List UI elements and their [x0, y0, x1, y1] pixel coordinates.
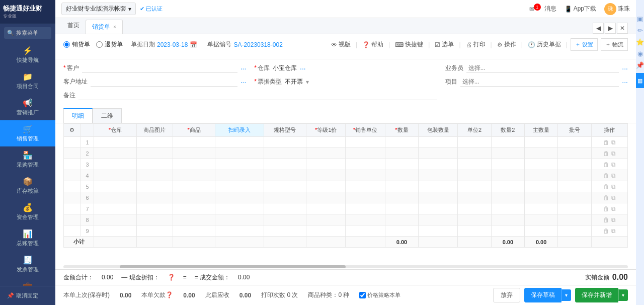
- td-main-qty[interactable]: [525, 170, 558, 181]
- td-warehouse[interactable]: [94, 137, 136, 148]
- sidebar-item-invoice[interactable]: 🧾 发票管理: [0, 251, 55, 277]
- td-qty[interactable]: [385, 225, 418, 237]
- toolbar-print[interactable]: 🖨 打印: [464, 39, 488, 50]
- td-qty[interactable]: [385, 203, 418, 214]
- td-qty[interactable]: [385, 170, 418, 181]
- td-barcode[interactable]: [215, 192, 264, 203]
- td-qty[interactable]: [385, 181, 418, 192]
- search-menu-button[interactable]: 🔍 搜索菜单: [4, 27, 51, 39]
- td-warehouse[interactable]: [94, 225, 136, 237]
- next-window-btn[interactable]: ▶: [605, 23, 616, 34]
- copy-row-icon[interactable]: ⧉: [611, 194, 616, 201]
- td-barcode[interactable]: [215, 170, 264, 181]
- copy-row-icon[interactable]: ⧉: [611, 205, 616, 212]
- scrollbar-thumb[interactable]: [120, 265, 346, 268]
- td-warehouse[interactable]: [94, 181, 136, 192]
- salesperson-dots-btn[interactable]: ···: [622, 64, 628, 72]
- td-product[interactable]: [173, 225, 215, 237]
- toolbar-select[interactable]: ☑ 选单: [433, 39, 456, 50]
- address-input[interactable]: [91, 77, 237, 87]
- td-main-qty[interactable]: [525, 225, 558, 237]
- copy-row-icon[interactable]: ⧉: [611, 216, 616, 223]
- td-product[interactable]: [173, 148, 215, 159]
- td-spec[interactable]: [264, 214, 306, 225]
- calendar-icon[interactable]: 📅: [190, 41, 197, 48]
- td-unit2[interactable]: [458, 159, 491, 170]
- td-qty[interactable]: [385, 148, 418, 159]
- right-action-icon-5[interactable]: 📌: [636, 61, 644, 69]
- tab-mingxi[interactable]: 明细: [63, 108, 93, 123]
- td-spec[interactable]: [264, 203, 306, 214]
- td-qty[interactable]: [385, 192, 418, 203]
- td-qty2[interactable]: [491, 159, 524, 170]
- delete-row-icon[interactable]: 🗑: [603, 172, 609, 179]
- sidebar-item-sales[interactable]: 🛒 销售管理: [0, 120, 55, 146]
- td-product[interactable]: [173, 170, 215, 181]
- td-unit[interactable]: [346, 170, 385, 181]
- td-qty[interactable]: [385, 137, 418, 148]
- td-batch[interactable]: [558, 203, 591, 214]
- td-qty2[interactable]: [491, 148, 524, 159]
- copy-row-icon[interactable]: ⧉: [611, 172, 616, 179]
- delete-row-icon[interactable]: 🗑: [603, 194, 609, 201]
- td-warehouse[interactable]: [94, 170, 136, 181]
- td-spec[interactable]: [264, 159, 306, 170]
- td-warehouse[interactable]: [94, 148, 136, 159]
- td-unit[interactable]: [346, 159, 385, 170]
- company-selector[interactable]: 好业财专业版演示帐套 ▾: [61, 3, 136, 15]
- td-batch[interactable]: [558, 159, 591, 170]
- td-barcode[interactable]: [215, 159, 264, 170]
- td-qty2[interactable]: [491, 225, 524, 237]
- td-unit2[interactable]: [458, 148, 491, 159]
- td-product[interactable]: [173, 137, 215, 148]
- toolbar-operation[interactable]: ⚙ 操作: [495, 39, 518, 50]
- td-main-qty[interactable]: [525, 148, 558, 159]
- right-action-icon-4[interactable]: ◉: [637, 50, 643, 57]
- delete-row-icon[interactable]: 🗑: [603, 139, 609, 146]
- right-action-icon-2[interactable]: ✏: [637, 27, 643, 34]
- toolbar-view[interactable]: 👁 视版: [329, 39, 353, 50]
- price-rule-input[interactable]: [359, 292, 366, 298]
- td-price1[interactable]: [306, 148, 346, 159]
- setup-button[interactable]: ＋ 设置: [571, 38, 598, 51]
- td-spec[interactable]: [264, 148, 306, 159]
- td-pack-qty[interactable]: [419, 159, 458, 170]
- td-pack-qty[interactable]: [419, 192, 458, 203]
- customer-input[interactable]: [82, 63, 237, 73]
- td-spec[interactable]: [264, 170, 306, 181]
- td-price1[interactable]: [306, 214, 346, 225]
- td-warehouse[interactable]: [94, 214, 136, 225]
- sidebar-item-purchase[interactable]: 🏪 采购管理: [0, 146, 55, 173]
- th-settings[interactable]: ⚙: [64, 124, 81, 137]
- td-unit[interactable]: [346, 192, 385, 203]
- save-draft-main-btn[interactable]: 保存草稿: [524, 288, 561, 302]
- td-warehouse[interactable]: [94, 192, 136, 203]
- td-main-qty[interactable]: [525, 192, 558, 203]
- right-action-icon-1[interactable]: ▣: [637, 15, 643, 23]
- td-pack-qty[interactable]: [419, 225, 458, 237]
- save-new-arrow-btn[interactable]: ▾: [618, 289, 628, 301]
- warehouse-dots-btn[interactable]: ···: [300, 64, 306, 72]
- td-main-qty[interactable]: [525, 203, 558, 214]
- td-main-qty[interactable]: [525, 181, 558, 192]
- td-unit[interactable]: [346, 214, 385, 225]
- td-barcode[interactable]: [215, 214, 264, 225]
- td-spec[interactable]: [264, 137, 306, 148]
- save-new-main-btn[interactable]: 保存并新增: [575, 288, 618, 302]
- project-input[interactable]: [460, 77, 619, 87]
- td-qty[interactable]: [385, 159, 418, 170]
- td-qty2[interactable]: [491, 170, 524, 181]
- td-unit2[interactable]: [458, 225, 491, 237]
- tab-sales-order[interactable]: 销货单 ×: [86, 20, 123, 34]
- td-qty2[interactable]: [491, 137, 524, 148]
- add-row-button[interactable]: ＋ 物流: [601, 38, 628, 51]
- toolbar-help[interactable]: ❓ 帮助: [360, 39, 385, 50]
- sidebar-item-inventory[interactable]: 📦 库存核算: [0, 173, 55, 199]
- prev-window-btn[interactable]: ◀: [593, 23, 604, 34]
- td-unit2[interactable]: [458, 214, 491, 225]
- radio-return-input[interactable]: [96, 41, 103, 48]
- td-price1[interactable]: [306, 225, 346, 237]
- sidebar-item-marketing[interactable]: 📢 营销推广: [0, 94, 55, 120]
- user-avatar-btn[interactable]: 珠 珠珠: [604, 3, 630, 15]
- app-download-btn[interactable]: 📱 App下载: [565, 5, 596, 13]
